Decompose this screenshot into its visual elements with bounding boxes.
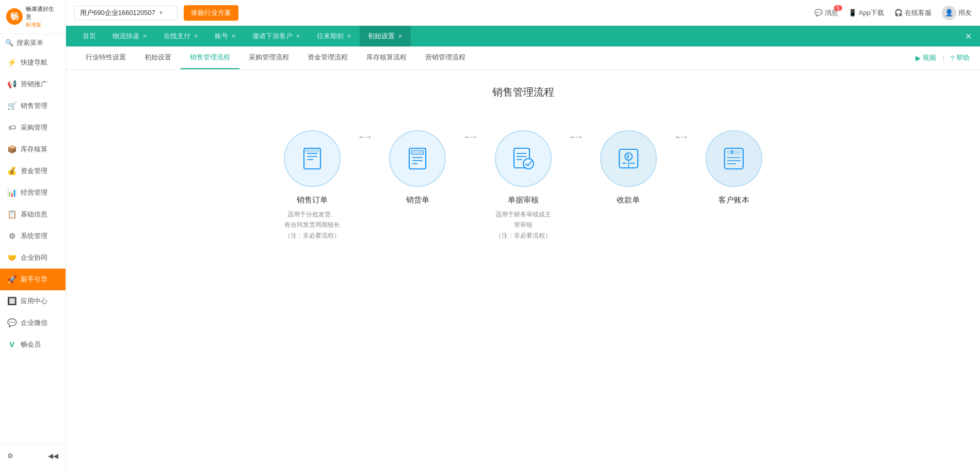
- sidebar-item-new-guide[interactable]: 🚀 新手引导: [0, 269, 66, 290]
- flow-circle-sales-order[interactable]: [284, 130, 341, 187]
- message-item[interactable]: 💬 消息 6: [814, 8, 838, 18]
- search-icon: 🔍: [5, 39, 13, 46]
- sub-tab-marketing-flow[interactable]: 营销管理流程: [416, 46, 475, 69]
- flow-circle-receipt[interactable]: ¥: [600, 130, 657, 187]
- sidebar-item-enterprise-wechat[interactable]: 💬 企业微信: [0, 312, 66, 334]
- enterprise-wechat-icon: 💬: [7, 318, 17, 327]
- arrow-2: ···→: [464, 130, 476, 180]
- sidebar-nav: ⚡ 快捷导航 📢 营销推广 🛒 销售管理 🏷 采购管理 📦 库存核算 💰 资金管…: [0, 52, 66, 443]
- sales-invoice-label: 销货单: [406, 195, 429, 205]
- trial-industry-btn[interactable]: 体验行业方案: [184, 5, 238, 21]
- basic-info-icon: 📋: [7, 210, 17, 219]
- arrow-3: ···→: [570, 130, 582, 180]
- tab-invite-customer[interactable]: 邀请下游客户 ✕: [244, 26, 309, 46]
- sidebar-item-quick-nav[interactable]: ⚡ 快捷导航: [0, 52, 66, 73]
- sidebar-bottom: ⚙ ◀◀: [0, 443, 66, 468]
- sidebar-item-inventory[interactable]: 📦 库存核算: [0, 138, 66, 160]
- app-center-icon: 🔲: [7, 297, 17, 306]
- tab-initial-setup-close[interactable]: ✕: [398, 33, 403, 40]
- vip-icon: V: [7, 340, 17, 349]
- tab-logistics-close[interactable]: ✕: [142, 33, 147, 40]
- settings-icon[interactable]: ⚙: [7, 452, 13, 460]
- logo-text: 畅康通好生意 标准版: [26, 5, 59, 28]
- operations-icon: 📊: [7, 188, 17, 197]
- logo-icon: 畅: [6, 8, 23, 25]
- flow-circle-sales-invoice[interactable]: [389, 130, 446, 187]
- sub-tabs-actions: ▶ 视频 | ? 帮助: [915, 53, 970, 63]
- sidebar-item-basic-info[interactable]: 📋 基础信息: [0, 204, 66, 225]
- page-title: 销售管理流程: [87, 85, 959, 99]
- sidebar-item-sales[interactable]: 🛒 销售管理: [0, 95, 66, 117]
- tab-logistics[interactable]: 物流快递 ✕: [104, 26, 155, 46]
- sales-order-icon: [299, 145, 326, 172]
- svg-text:¥: ¥: [626, 154, 630, 160]
- doc-review-label: 单据审核: [508, 195, 539, 205]
- tab-home[interactable]: 首页: [74, 26, 104, 46]
- sales-icon: 🛒: [7, 101, 17, 111]
- sub-tab-fund-flow[interactable]: 资金管理流程: [298, 46, 357, 69]
- sidebar-item-operations[interactable]: 📊 经营管理: [0, 182, 66, 204]
- user-selector[interactable]: 用户690企业1660120507 ▼: [74, 6, 178, 20]
- purchase-icon: 🏷: [7, 123, 17, 132]
- flow-step-receipt: ¥ 收款单: [582, 130, 675, 209]
- message-icon: 💬: [814, 9, 823, 17]
- customer-ledger-label: 客户账本: [718, 195, 749, 205]
- svg-rect-6: [411, 150, 424, 154]
- headset-icon: 🎧: [894, 9, 903, 17]
- collapse-icon[interactable]: ◀◀: [48, 452, 58, 460]
- sub-tab-initial-setup[interactable]: 初始设置: [135, 46, 181, 69]
- sidebar-item-app-center[interactable]: 🔲 应用中心: [0, 290, 66, 312]
- tab-account-close[interactable]: ✕: [231, 33, 236, 40]
- finance-icon: 💰: [7, 166, 17, 176]
- online-service-item[interactable]: 🎧 在线客服: [894, 8, 931, 18]
- sidebar-item-marketing[interactable]: 📢 营销推广: [0, 73, 66, 95]
- sidebar: 畅 畅康通好生意 标准版 🔍 搜索菜单 ⚡ 快捷导航 📢 营销推广 🛒 销售管理…: [0, 0, 66, 468]
- sidebar-item-finance[interactable]: 💰 资金管理: [0, 160, 66, 182]
- sub-tab-purchase-flow[interactable]: 采购管理流程: [239, 46, 298, 69]
- flow-step-sales-order: 销售订单 适用于分批发货、有合同发货周期较长（注：非必要流程）: [266, 130, 359, 241]
- arrow-1: ···→: [359, 130, 371, 180]
- sidebar-item-system[interactable]: ⚙ 系统管理: [0, 225, 66, 247]
- receipt-icon: ¥: [615, 145, 642, 172]
- tab-period-init-close[interactable]: ✕: [347, 33, 351, 40]
- doc-review-icon: [510, 145, 537, 172]
- sub-tab-industry-settings[interactable]: 行业特性设置: [76, 46, 135, 69]
- sidebar-collapse-btn[interactable]: ⚙ ◀◀: [0, 448, 66, 464]
- sidebar-item-vip[interactable]: V 畅会员: [0, 334, 66, 355]
- sub-tab-sales-flow[interactable]: 销售管理流程: [181, 46, 239, 69]
- main-area: 用户690企业1660120507 ▼ 体验行业方案 💬 消息 6 📱 App下…: [66, 0, 980, 468]
- tab-account[interactable]: 账号 ✕: [206, 26, 244, 46]
- video-btn[interactable]: ▶ 视频: [915, 53, 936, 63]
- flow-circle-customer-ledger[interactable]: ¥: [705, 130, 762, 187]
- sidebar-item-purchase[interactable]: 🏷 采购管理: [0, 117, 66, 138]
- message-badge: 6: [834, 5, 842, 11]
- user-profile-item[interactable]: 👤 用友: [942, 6, 972, 20]
- topbar-right: 💬 消息 6 📱 App下载 🎧 在线客服 👤 用友: [814, 6, 972, 20]
- tab-initial-setup[interactable]: 初始设置 ✕: [360, 26, 411, 46]
- sales-invoice-icon: [404, 145, 431, 172]
- help-btn[interactable]: ? 帮助: [951, 53, 970, 63]
- search-menu[interactable]: 🔍 搜索菜单: [0, 34, 66, 52]
- collab-icon: 🤝: [7, 253, 17, 262]
- svg-text:¥: ¥: [731, 149, 734, 155]
- flow-step-doc-review: 单据审核 适用于财务审核或主管审核（注：非必要流程）: [477, 130, 570, 241]
- svg-rect-4: [305, 149, 319, 152]
- topbar: 用户690企业1660120507 ▼ 体验行业方案 💬 消息 6 📱 App下…: [66, 0, 980, 26]
- svg-rect-24: [727, 150, 741, 154]
- sub-tab-inventory-flow[interactable]: 库存核算流程: [357, 46, 416, 69]
- tab-online-pay-close[interactable]: ✕: [194, 33, 198, 40]
- flow-circle-doc-review[interactable]: [495, 130, 552, 187]
- close-all-tabs-btn[interactable]: ✕: [965, 32, 972, 41]
- tab-period-init[interactable]: 往来期初 ✕: [309, 26, 360, 46]
- app-download-item[interactable]: 📱 App下载: [848, 8, 884, 18]
- sales-order-label: 销售订单: [297, 195, 328, 205]
- tab-invite-customer-close[interactable]: ✕: [296, 33, 300, 40]
- user-dropdown-arrow: ▼: [158, 10, 164, 15]
- sidebar-item-enterprise-collab[interactable]: 🤝 企业协同: [0, 247, 66, 269]
- avatar: 👤: [942, 6, 956, 20]
- system-icon: ⚙: [7, 231, 17, 241]
- tab-online-pay[interactable]: 在线支付 ✕: [155, 26, 206, 46]
- app-download-icon: 📱: [848, 9, 857, 17]
- page-content: 销售管理流程 销售订单: [66, 70, 980, 468]
- sub-tabs: 行业特性设置 初始设置 销售管理流程 采购管理流程 资金管理流程 库存核算流程 …: [66, 46, 980, 70]
